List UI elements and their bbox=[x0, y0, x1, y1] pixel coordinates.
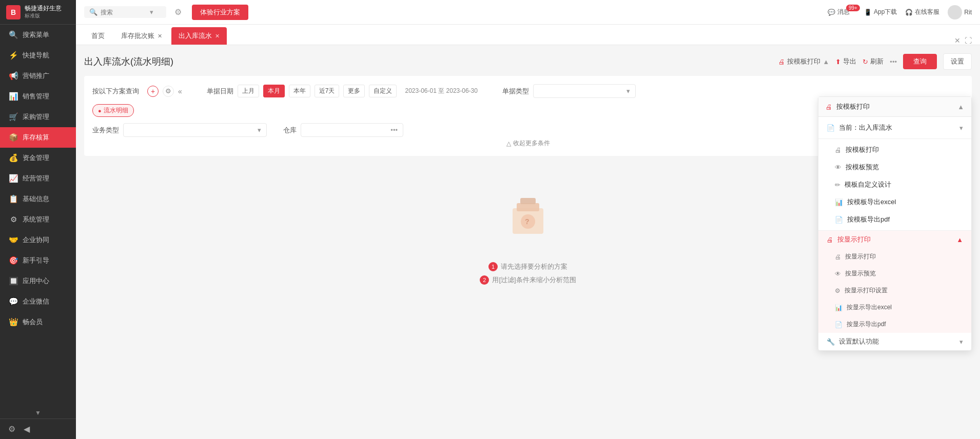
tab-expand-icon[interactable]: ⛶ bbox=[965, 36, 972, 45]
business-type-arrow: ▾ bbox=[258, 126, 261, 134]
dropdown-template-section: 🖨 按模板打印 👁 按模板预览 ✏ 模板自定义设计 📊 按模板导出excel 📄 bbox=[818, 139, 971, 231]
search-dropdown-arrow[interactable]: ▾ bbox=[150, 8, 153, 16]
dropdown-item-display-settings[interactable]: ⚙ 按显示打印设置 bbox=[818, 282, 971, 299]
sidebar: B 畅捷通好生意 标准版 🔍 搜索菜单 ⚡ 快捷导航 📢 营销推广 📊 销售管理… bbox=[0, 0, 76, 439]
display-excel-icon: 📊 bbox=[835, 304, 842, 311]
tab-batch[interactable]: 库存批次账 ✕ bbox=[114, 27, 169, 45]
sidebar-item-operation[interactable]: 📈 经营管理 bbox=[0, 168, 76, 189]
date-tag-last-month[interactable]: 上月 bbox=[238, 85, 259, 97]
dropdown-item-template-pdf[interactable]: 📄 按模板导出pdf bbox=[818, 211, 971, 228]
refresh-button[interactable]: ↻ 刷新 bbox=[863, 57, 884, 66]
sidebar-item-enterprise[interactable]: 🤝 企业协同 bbox=[0, 230, 76, 250]
topbar-right: 💬 消息 99+ 📱 App下载 🎧 在线客服 Rit bbox=[828, 5, 972, 19]
date-tag-more[interactable]: 更多 bbox=[343, 85, 365, 97]
money-icon: 💰 bbox=[8, 153, 18, 163]
export-button[interactable]: ⬆ 导出 bbox=[835, 57, 856, 66]
default-func-arrow: ▾ bbox=[959, 338, 963, 346]
sidebar-item-inventory[interactable]: 📦 库存核算 bbox=[0, 127, 76, 148]
dropdown-current-template[interactable]: 📄 当前：出入库流水 ▾ bbox=[818, 119, 971, 136]
doc-type-arrow: ▾ bbox=[626, 87, 630, 95]
tab-home[interactable]: 首页 bbox=[84, 27, 112, 45]
add-scheme-button[interactable]: + bbox=[147, 86, 159, 97]
app-download-button[interactable]: 📱 App下载 bbox=[864, 8, 897, 16]
empty-illustration: ? bbox=[502, 193, 554, 254]
tag-scheme-icon: ● bbox=[98, 108, 102, 114]
query-button[interactable]: 查询 bbox=[903, 54, 937, 69]
settings-button[interactable]: 设置 bbox=[943, 53, 972, 70]
sidebar-item-finance[interactable]: 💰 资金管理 bbox=[0, 148, 76, 168]
date-tag-custom[interactable]: 自定义 bbox=[369, 85, 397, 97]
dropdown-item-display-preview[interactable]: 👁 按显示预览 bbox=[818, 265, 971, 282]
scheme-settings-button[interactable]: ⚙ bbox=[163, 86, 174, 97]
sidebar-item-app-center[interactable]: 🔲 应用中心 bbox=[0, 271, 76, 291]
target-icon: 🎯 bbox=[8, 255, 18, 266]
business-type-select[interactable]: ▾ bbox=[123, 123, 267, 137]
print-dropdown-arrow[interactable]: ▲ bbox=[822, 58, 829, 66]
sidebar-item-member[interactable]: 👑 畅会员 bbox=[0, 312, 76, 332]
hint-number-1: 1 bbox=[488, 262, 498, 271]
user-avatar-button[interactable]: Rit bbox=[948, 5, 972, 19]
dropdown-item-template-design[interactable]: ✏ 模板自定义设计 bbox=[818, 176, 971, 193]
filter-row-1: 按以下方案查询 + ⚙ « 单据日期 上月 本月 本年 近7天 更多 自定义 bbox=[92, 84, 964, 98]
collapse-filter-button[interactable]: « bbox=[178, 87, 182, 95]
dropdown-item-display-print[interactable]: 🖨 按显示打印 bbox=[818, 248, 971, 265]
sidebar-item-marketing[interactable]: 📢 营销推广 bbox=[0, 66, 76, 86]
refresh-icon: ↻ bbox=[863, 58, 868, 66]
sidebar-menu: 🔍 搜索菜单 ⚡ 快捷导航 📢 营销推广 📊 销售管理 🛒 采购管理 📦 库存核… bbox=[0, 25, 76, 407]
dropdown-default-func[interactable]: 🔧 设置默认功能 ▾ bbox=[818, 333, 971, 350]
page-action-right: 🖨 按模板打印 ▲ ⬆ 导出 ↻ 刷新 ••• 查询 设置 bbox=[778, 53, 972, 70]
search-icon: 🔍 bbox=[89, 8, 97, 16]
date-tag-7-days[interactable]: 近7天 bbox=[315, 85, 340, 97]
tab-close-all-icon[interactable]: ✕ bbox=[954, 36, 961, 45]
tab-flow[interactable]: 出入库流水 ✕ bbox=[171, 27, 227, 45]
chat-icon: 💬 bbox=[8, 296, 18, 307]
sidebar-item-newbie[interactable]: 🎯 新手引导 bbox=[0, 250, 76, 271]
dropdown-display-section-header[interactable]: 🖨 按显示打印 ▲ bbox=[818, 231, 971, 248]
sidebar-item-search[interactable]: 🔍 搜索菜单 bbox=[0, 25, 76, 45]
message-button[interactable]: 💬 消息 99+ bbox=[828, 8, 856, 16]
tab-batch-close[interactable]: ✕ bbox=[158, 33, 162, 39]
sidebar-item-wechat[interactable]: 💬 企业微信 bbox=[0, 291, 76, 312]
sidebar-item-basic[interactable]: 📋 基础信息 bbox=[0, 189, 76, 209]
settings-bottom-icon[interactable]: ⚙ bbox=[8, 424, 15, 434]
dropdown-current-section: 📄 当前：出入库流水 ▾ bbox=[818, 117, 971, 139]
date-tag-current-month[interactable]: 本月 bbox=[263, 85, 285, 97]
export-icon: ⬆ bbox=[835, 58, 841, 66]
dropdown-item-display-excel[interactable]: 📊 按显示导出excel bbox=[818, 299, 971, 316]
display-print-header-icon: 🖨 bbox=[827, 236, 833, 244]
collapse-sidebar-icon[interactable]: ◀ bbox=[24, 424, 30, 434]
dropdown-collapse-arrow[interactable]: ▲ bbox=[957, 103, 964, 111]
crown-icon: 👑 bbox=[8, 317, 18, 327]
collapse-more-button[interactable]: △ 收起更多条件 bbox=[506, 139, 550, 148]
topbar: 🔍 ▾ ⚙ 体验行业方案 💬 消息 99+ 📱 App下载 🎧 在线客服 Rit bbox=[76, 0, 980, 25]
doc-type-select[interactable]: ▾ bbox=[533, 84, 636, 98]
tab-flow-close[interactable]: ✕ bbox=[215, 33, 220, 39]
date-range-display: 2023-06-01 至 2023-06-30 bbox=[405, 87, 477, 95]
template-pdf-icon: 📄 bbox=[835, 216, 843, 224]
dropdown-item-display-pdf[interactable]: 📄 按显示导出pdf bbox=[818, 316, 971, 333]
svg-text:?: ? bbox=[525, 217, 530, 226]
dropdown-item-template-preview[interactable]: 👁 按模板预览 bbox=[818, 158, 971, 176]
online-service-button[interactable]: 🎧 在线客服 bbox=[905, 8, 939, 16]
sidebar-item-quick-nav[interactable]: ⚡ 快捷导航 bbox=[0, 45, 76, 66]
topbar-gear-icon[interactable]: ⚙ bbox=[174, 7, 182, 17]
date-tag-current-year[interactable]: 本年 bbox=[289, 85, 310, 97]
topbar-search-box[interactable]: 🔍 ▾ bbox=[84, 6, 166, 18]
sidebar-item-system[interactable]: ⚙ 系统管理 bbox=[0, 209, 76, 230]
sidebar-item-purchase[interactable]: 🛒 采购管理 bbox=[0, 107, 76, 127]
main-content: 🔍 ▾ ⚙ 体验行业方案 💬 消息 99+ 📱 App下载 🎧 在线客服 Rit bbox=[76, 0, 980, 439]
dropdown-item-template-print[interactable]: 🖨 按模板打印 bbox=[818, 141, 971, 158]
print-template-button[interactable]: 🖨 按模板打印 ▲ bbox=[778, 57, 829, 66]
warehouse-more-icon[interactable]: ••• bbox=[390, 126, 398, 134]
warehouse-select[interactable]: ••• bbox=[301, 123, 403, 137]
sidebar-item-sales[interactable]: 📊 销售管理 bbox=[0, 86, 76, 107]
template-excel-icon: 📊 bbox=[835, 198, 843, 206]
template-print-icon: 🖨 bbox=[835, 146, 841, 154]
display-print-icon: 🖨 bbox=[835, 253, 841, 261]
dropdown-item-template-excel[interactable]: 📊 按模板导出excel bbox=[818, 193, 971, 211]
search-input[interactable] bbox=[101, 9, 147, 16]
trial-industry-button[interactable]: 体验行业方案 bbox=[192, 5, 248, 20]
cart-icon: 🛒 bbox=[8, 112, 18, 122]
empty-hint-1: 1 请先选择要分析的方案 bbox=[488, 262, 567, 271]
more-actions-icon[interactable]: ••• bbox=[890, 58, 897, 66]
